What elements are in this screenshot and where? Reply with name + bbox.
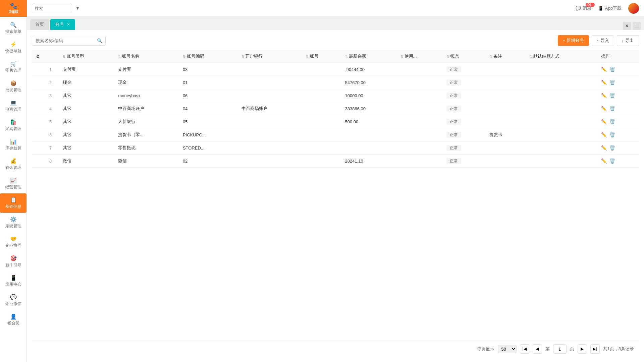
row-actions: ✏️ 🗑️ — [597, 115, 639, 128]
sidebar-item-search-menu[interactable]: 🔍 搜索菜单 — [0, 18, 26, 38]
search-input[interactable] — [32, 36, 94, 45]
sidebar-item-basic-info[interactable]: 📋 基础信息 — [0, 193, 26, 213]
sidebar-item-quick-nav[interactable]: ⚡ 快捷导航 — [0, 38, 26, 57]
delete-icon[interactable]: 🗑️ — [609, 106, 615, 111]
delete-icon[interactable]: 🗑️ — [609, 80, 615, 85]
settings-col-header[interactable]: ⚙ — [32, 50, 45, 63]
header-search-input[interactable] — [32, 4, 72, 13]
table-body: 1 支付宝 支付宝 03 -90444.00 正常 ✏️ 🗑️ 2 现金 现金 … — [32, 63, 639, 168]
edit-icon[interactable]: ✏️ — [601, 106, 607, 111]
delete-icon[interactable]: 🗑️ — [609, 158, 615, 164]
row-status: 正常 — [442, 76, 485, 89]
sidebar-item-retail-mgmt[interactable]: 🛒 零售管理 — [0, 57, 26, 77]
sidebar-item-enterprise-agreement[interactable]: 🤝 企业协同 — [0, 232, 26, 252]
sidebar-item-finance-mgmt[interactable]: 💰 资金管理 — [0, 155, 26, 174]
sidebar-item-label: 系统管理 — [5, 223, 21, 229]
table-row: 1 支付宝 支付宝 03 -90444.00 正常 ✏️ 🗑️ — [32, 63, 639, 76]
sidebar-item-wholesale-mgmt[interactable]: 📦 批发管理 — [0, 77, 26, 96]
row-default-settlement — [525, 155, 597, 168]
row-account-type: 支付宝 — [59, 63, 114, 76]
app-download-button[interactable]: 📱 App下载 — [598, 5, 622, 11]
first-page-button[interactable]: |◀ — [520, 344, 529, 354]
logo-title: 乐惠版 — [8, 10, 18, 14]
sidebar-item-ecom-mgmt[interactable]: 💻 电商管理 — [0, 96, 26, 116]
prev-page-button[interactable]: ◀ — [533, 344, 542, 354]
pagination: 每页显示 50 100 200 |◀ ◀ 第 页 ▶ ▶| 共1页，8条记录 — [32, 341, 639, 357]
row-default-settlement — [525, 76, 597, 89]
sidebar-item-ops-mgmt[interactable]: 📈 经营管理 — [0, 174, 26, 193]
sidebar-item-app-center[interactable]: 📱 应用中心 — [0, 271, 26, 291]
import-button[interactable]: ↑ 导入 — [592, 35, 614, 46]
quick-nav-icon: ⚡ — [10, 41, 17, 48]
header-right: 💬 消息 99+ 📱 App下载 — [576, 3, 639, 14]
row-number: 7 — [45, 141, 59, 155]
row-remark — [485, 89, 525, 102]
row-number: 8 — [45, 155, 59, 168]
sidebar-item-inventory[interactable]: 📊 库存核算 — [0, 135, 26, 155]
ecom-icon: 💻 — [10, 100, 17, 106]
row-remark — [485, 76, 525, 89]
tab-home[interactable]: 首页 — [30, 19, 49, 30]
tab-home-label: 首页 — [35, 21, 44, 27]
delete-icon[interactable]: 🗑️ — [609, 132, 615, 137]
edit-icon[interactable]: ✏️ — [601, 119, 607, 124]
account-code-col-header[interactable]: ⇅ 账号编码 — [179, 50, 237, 63]
add-account-button[interactable]: + 新增账号 — [558, 35, 589, 46]
row-account-no — [302, 155, 341, 168]
message-button[interactable]: 💬 消息 99+ — [576, 5, 591, 11]
bank-col-header[interactable]: ⇅ 开户银行 — [237, 50, 302, 63]
row-account-code: 02 — [179, 155, 237, 168]
table-header-row: ⚙ ⇅ 账号类型 ⇅ 账号名称 ⇅ 账号编码 ⇅ — [32, 50, 639, 63]
row-bank — [237, 128, 302, 141]
row-status: 正常 — [442, 102, 485, 115]
default-settlement-col-header[interactable]: ⇅ 默认结算方式 — [525, 50, 597, 63]
tab-close-icon[interactable]: ✕ — [67, 22, 70, 27]
sidebar-item-starter-guide[interactable]: 🎯 新手引导 — [0, 252, 26, 271]
tab-action-close[interactable]: ✕ — [623, 22, 631, 30]
row-account-code: 03 — [179, 63, 237, 76]
account-no-col-header[interactable]: ⇅ 账号 — [302, 50, 341, 63]
account-name-col-header[interactable]: ⇅ 账号名称 — [114, 50, 179, 63]
sidebar-item-purchase-mgmt[interactable]: 🛍️ 采购管理 — [0, 116, 26, 135]
sidebar-item-member[interactable]: 👤 畅会员 — [0, 310, 26, 329]
import-icon: ↑ — [597, 38, 599, 43]
next-page-button[interactable]: ▶ — [578, 344, 587, 354]
tab-actions: ✕ ⬜ — [623, 22, 641, 30]
remark-col-header[interactable]: ⇅ 备注 — [485, 50, 525, 63]
row-bank — [237, 89, 302, 102]
row-balance: -90444.00 — [341, 63, 396, 76]
delete-icon[interactable]: 🗑️ — [609, 145, 615, 150]
page-size-select[interactable]: 50 100 200 — [498, 345, 517, 353]
edit-icon[interactable]: ✏️ — [601, 93, 607, 98]
edit-icon[interactable]: ✏️ — [601, 132, 607, 137]
edit-icon[interactable]: ✏️ — [601, 67, 607, 72]
tab-action-maximize[interactable]: ⬜ — [633, 22, 641, 30]
edit-icon[interactable]: ✏️ — [601, 145, 607, 150]
avatar[interactable] — [628, 3, 639, 14]
sidebar-item-sys-mgmt[interactable]: ⚙️ 系统管理 — [0, 213, 26, 232]
account-type-col-header[interactable]: ⇅ 账号类型 — [59, 50, 114, 63]
balance-col-header[interactable]: ⇅ 最新余额 — [341, 50, 396, 63]
edit-icon[interactable]: ✏️ — [601, 158, 607, 164]
usage-col-header[interactable]: ⇅ 使用... — [396, 50, 442, 63]
page-number-input[interactable] — [553, 344, 567, 354]
last-page-button[interactable]: ▶| — [590, 344, 600, 354]
tab-account[interactable]: 账号 ✕ — [50, 19, 75, 30]
delete-icon[interactable]: 🗑️ — [609, 93, 615, 98]
sidebar-item-enterprise-wechat[interactable]: 💬 企业微信 — [0, 291, 26, 310]
status-col-header[interactable]: ⇅ 状态 — [442, 50, 485, 63]
edit-icon[interactable]: ✏️ — [601, 80, 607, 85]
row-status: 正常 — [442, 89, 485, 102]
row-account-type: 其它 — [59, 102, 114, 115]
main-container: ▼ 💬 消息 99+ 📱 App下载 首页 账号 ✕ ✕ ⬜ — [27, 0, 644, 362]
header-dropdown[interactable]: ▼ — [75, 6, 80, 11]
export-button[interactable]: ↓ 导出 — [617, 35, 639, 46]
row-number: 5 — [45, 115, 59, 128]
delete-icon[interactable]: 🗑️ — [609, 67, 615, 72]
search-box: 🔍 — [32, 36, 106, 46]
sort-icon: ⇅ — [63, 55, 65, 58]
delete-icon[interactable]: 🗑️ — [609, 119, 615, 124]
table-row: 6 其它 提货卡（零... PICKUPC... 正常 提货卡 ✏️ 🗑️ — [32, 128, 639, 141]
row-balance: 500.00 — [341, 115, 396, 128]
search-button[interactable]: 🔍 — [94, 36, 105, 45]
